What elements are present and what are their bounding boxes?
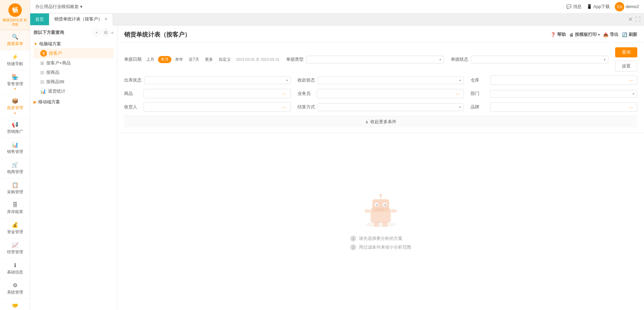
refresh-btn[interactable]: 🔄 刷新 (622, 32, 637, 38)
user-profile[interactable]: Ea demo2 (615, 2, 639, 11)
date-tab-custom[interactable]: 自定义 (217, 56, 233, 63)
settlement-select[interactable]: ▾ (318, 103, 464, 111)
salesperson-select[interactable]: ··· (317, 89, 464, 98)
settings-button[interactable]: 设置 (615, 61, 637, 71)
date-tab-last-month[interactable]: 上月 (144, 56, 156, 63)
app-download-label: App下载 (593, 4, 610, 10)
type-arrow: ▾ (439, 58, 441, 61)
collapse-icon: ∧ (365, 119, 369, 124)
salesperson-dots[interactable]: ··· (454, 91, 461, 96)
scheme-item-by-customer[interactable]: 客 按客户 (34, 48, 114, 58)
collapse-panel-btn[interactable]: « (111, 30, 114, 35)
left-panel-title: 按以下方案查询 (34, 30, 64, 36)
scheme-group-mobile-header[interactable]: ▶ 移动端方案 (34, 98, 114, 106)
marketing-icon: 📢 (12, 121, 18, 128)
department-select[interactable]: ▾ (490, 90, 637, 98)
scheme-item-return-stats[interactable]: 📊 退货统计 (34, 87, 114, 96)
sidebar-item-sales[interactable]: 📊 销售管理 (0, 138, 30, 158)
breadcrumb-text: 办公用品行业模拟账套 (35, 4, 79, 10)
svg-point-5 (376, 204, 378, 206)
warehouse-select[interactable]: ··· (490, 75, 637, 85)
receiver-dots[interactable]: ··· (281, 104, 288, 110)
header-left: 办公用品行业模拟账套 ▾ (35, 4, 83, 10)
tab-sales-stats[interactable]: 销货单统计表（按客户） ✕ (49, 14, 113, 25)
settlement-label: 结算方式 (298, 104, 315, 110)
scheme-item-customer-goods[interactable]: ⊞ 按客户+商品 (34, 58, 114, 68)
sidebar-item-wholesale[interactable]: 📦 批发管理 ▴ (0, 94, 30, 118)
tab-actions: ✕ ⛶ (628, 16, 644, 22)
left-panel-header: 按以下方案查询 + ⚙ « (34, 29, 114, 36)
retail-icon: 🏪 (12, 74, 18, 80)
sidebar-item-marketing[interactable]: 📢 营销推广 (0, 118, 30, 138)
add-scheme-btn[interactable]: + (93, 29, 100, 36)
sidebar-item-ecommerce[interactable]: 🛒 电商管理 (0, 158, 30, 178)
tab-close-btn[interactable]: ✕ (104, 17, 108, 21)
filter-row-2: 出库状态 ▾ 收款状态 ▾ 仓库 (124, 75, 637, 85)
empty-tip-1: 1 请先选择要分析的方案 (350, 236, 411, 242)
message-icon: 💬 (566, 4, 572, 9)
goods-dots[interactable]: ··· (281, 91, 288, 96)
svg-rect-10 (391, 209, 397, 213)
brand-select[interactable]: ··· (490, 102, 637, 112)
window-close-btn[interactable]: ✕ (628, 16, 633, 22)
export-btn[interactable]: 📤 导出 (603, 32, 619, 38)
print-btn[interactable]: 🖨 按模板打印 ▾ (569, 32, 600, 38)
receiver-label: 收货人 (124, 104, 141, 110)
filter-out-status: 出库状态 ▾ (124, 76, 291, 84)
collapse-more-btn[interactable]: ∧ 收起更多条件 (124, 116, 637, 127)
collection-arrow: ▾ (459, 79, 461, 82)
sidebar-item-operations[interactable]: 📈 经营管理 (0, 239, 30, 259)
query-button[interactable]: 查询 (615, 47, 637, 57)
sidebar-search[interactable]: 🔍 搜索菜单 (0, 30, 30, 50)
sidebar-item-inventory[interactable]: 🗄 库存核算 (0, 199, 30, 218)
empty-illustration (361, 193, 401, 230)
tab-bar: 首页 销货单统计表（按客户） ✕ ✕ ⛶ (30, 13, 644, 25)
svg-point-6 (384, 204, 386, 206)
customer-scheme-icon: 客 (40, 50, 47, 57)
type-select[interactable]: ▾ (306, 56, 444, 63)
date-tab-7days[interactable]: 近7天 (187, 56, 201, 63)
filter-receiver: 收货人 ··· (124, 102, 291, 112)
action-buttons: 查询 设置 (615, 47, 637, 71)
help-btn[interactable]: ❓ 帮助 (550, 32, 566, 38)
tab-home[interactable]: 首页 (30, 13, 49, 25)
filter-goods: 商品 ··· (124, 89, 291, 98)
scheme-item-by-goods[interactable]: ⊟ 按商品 (34, 68, 114, 77)
scheme-group-desktop-header[interactable]: ▼ 电脑端方案 (34, 40, 114, 48)
sidebar-quick-nav[interactable]: ⚡ 快捷导航 (0, 50, 30, 70)
window-maximize-btn[interactable]: ⛶ (635, 16, 641, 22)
sidebar-item-system[interactable]: ⚙ 系统管理 (0, 279, 30, 299)
scheme-settings-btn[interactable]: ⚙ (102, 29, 109, 36)
inventory-icon: 🗄 (12, 202, 18, 208)
filter-area: 单据日期 上月 本月 本年 近7天 更多 自定义 2023-03-01 至 20… (117, 42, 644, 133)
message-label: 消息 (573, 4, 582, 10)
date-tab-this-month[interactable]: 本月 (158, 56, 171, 63)
empty-tip-2: 2 用过滤条件来缩小分析范围 (350, 244, 411, 250)
receiver-select[interactable]: ··· (144, 102, 291, 112)
status-select[interactable]: ▾ (471, 56, 608, 63)
brand-dots[interactable]: ··· (628, 104, 634, 110)
app-download-btn[interactable]: 📱 App下载 (587, 4, 610, 10)
collection-status-select[interactable]: ▾ (318, 76, 464, 84)
out-status-select[interactable]: ▾ (144, 76, 291, 84)
warehouse-dots[interactable]: ··· (628, 78, 634, 83)
filter-status: 单据状态 ▾ (451, 56, 608, 63)
header: 办公用品行业模拟账套 ▾ 💬 消息 📱 App下载 Ea demo2 (30, 0, 644, 13)
mobile-expand-icon: ▶ (34, 100, 37, 104)
breadcrumb-dropdown[interactable]: 办公用品行业模拟账套 ▾ (35, 4, 83, 10)
settlement-arrow: ▾ (459, 105, 461, 109)
sidebar-item-finance[interactable]: 💰 资金管理 (0, 218, 30, 239)
date-tab-more[interactable]: 更多 (203, 56, 215, 63)
date-tabs: 上月 本月 本年 近7天 更多 自定义 2023-03-01 至 2023-03… (144, 56, 279, 63)
sidebar-item-purchase[interactable]: 📋 采购管理 (0, 178, 30, 199)
out-status-arrow: ▾ (286, 79, 288, 82)
sidebar-item-basic-info[interactable]: ℹ 基础信息 (0, 259, 30, 279)
export-icon: 📤 (603, 32, 608, 37)
goods-select[interactable]: ··· (144, 89, 291, 98)
main: 办公用品行业模拟账套 ▾ 💬 消息 📱 App下载 Ea demo2 首页 销货… (30, 0, 644, 310)
date-tab-this-year[interactable]: 本年 (173, 56, 185, 63)
message-btn[interactable]: 💬 消息 (566, 4, 582, 10)
scheme-item-goods-99[interactable]: ⊟ 按商品99 (34, 77, 114, 87)
sidebar-item-collab[interactable]: 🤝 企业协同 (0, 299, 30, 310)
sidebar-item-retail[interactable]: 🏪 零售管理 ▾ (0, 70, 30, 94)
